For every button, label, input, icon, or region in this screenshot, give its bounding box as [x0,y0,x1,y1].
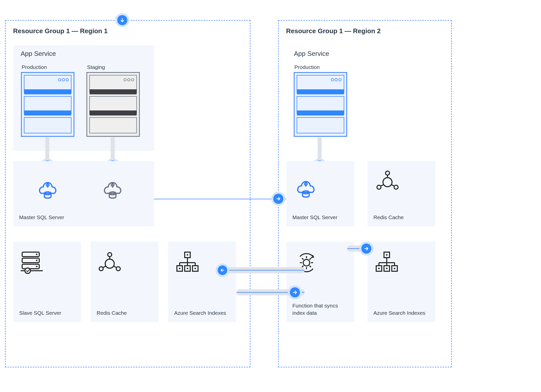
svg-point-23 [36,260,37,261]
svg-rect-17 [90,117,137,133]
redis-graph-icon [375,170,400,194]
svg-point-70 [386,268,388,269]
arrow-right-sql-icon [273,194,283,204]
server-left-production: Production [21,72,75,137]
server-left-production-caption: Production [22,64,47,70]
svg-point-33 [187,254,188,256]
card-right-search-label: Azure Search Indexes [373,309,426,317]
server-right-production: Production [293,72,347,137]
card-right-master-sql: Master SQL Server [286,161,354,226]
svg-point-59 [303,259,310,266]
card-left-redis-label: Redis Cache [97,309,127,317]
svg-point-55 [383,178,392,187]
appservice-left: App Service Production Staging [13,45,154,151]
sql-cloud-blue-icon [36,176,60,200]
svg-point-28 [105,259,114,268]
card-right-redis-label: Redis Cache [373,214,404,221]
card-right-search: Azure Search Indexes [367,242,435,322]
svg-rect-16 [90,110,137,115]
arrow-left-func-top-icon [218,265,227,275]
svg-rect-50 [297,89,344,94]
server-blue-icon [21,72,75,137]
region-left-title: Resource Group 1 — Region 1 [13,27,108,35]
arrow-right-func-bottom-icon [290,287,300,297]
svg-point-56 [385,171,390,175]
card-right-func: Function that syncs index data [286,242,354,322]
card-left-search-label: Azure Search Indexes [174,309,226,317]
svg-rect-7 [24,110,71,115]
region-right-title: Resource Group 1 — Region 2 [286,27,381,35]
svg-point-21 [36,254,37,255]
server-left-staging: Staging [86,72,140,137]
sql-cloud-grey-icon [101,176,125,200]
search-index-icon [374,251,399,275]
svg-point-44 [195,268,196,269]
svg-point-40 [179,268,180,269]
database-check-icon [20,251,45,275]
svg-point-25 [36,266,37,267]
card-left-master-sql-label: Master SQL Server [19,214,64,221]
appservice-left-title: App Service [21,50,56,58]
svg-point-72 [394,268,395,269]
card-right-redis: Redis Cache [367,161,435,226]
card-left-master-sql: Master SQL Server [13,161,154,226]
connector-sql-to-sql [154,199,286,199]
server-left-staging-caption: Staging [87,64,105,70]
svg-rect-5 [24,89,71,94]
arrow-right-func-to-search-icon [361,244,371,254]
card-left-slave-sql-label: Slave SQL Server [19,309,61,317]
svg-point-68 [378,268,380,269]
search-index-icon [175,251,200,275]
svg-rect-14 [90,89,137,94]
appservice-right: App Service Production [286,45,362,151]
card-right-master-sql-label: Master SQL Server [292,214,337,221]
svg-rect-8 [24,117,71,133]
sql-cloud-blue-icon [294,175,318,199]
appservice-right-title: App Service [294,50,329,58]
server-right-production-caption: Production [294,64,320,70]
card-left-search: Azure Search Indexes [168,242,236,322]
server-grey-icon [86,72,140,137]
architecture-diagram: Resource Group 1 — Region 1 Resource Gro… [0,0,541,392]
card-left-slave-sql: Slave SQL Server [13,242,81,322]
svg-point-61 [386,254,388,256]
svg-point-27 [25,268,30,273]
arrow-down-top-icon [117,15,127,25]
svg-rect-53 [297,117,344,133]
card-left-redis: Redis Cache [91,242,159,322]
server-blue-icon [293,72,347,137]
svg-rect-52 [297,110,344,115]
svg-point-29 [108,253,112,257]
svg-point-42 [187,268,188,269]
redis-graph-icon [97,252,122,276]
connector-func-to-search-top-line [216,270,304,270]
card-right-func-label: Function that syncs index data [292,302,350,317]
